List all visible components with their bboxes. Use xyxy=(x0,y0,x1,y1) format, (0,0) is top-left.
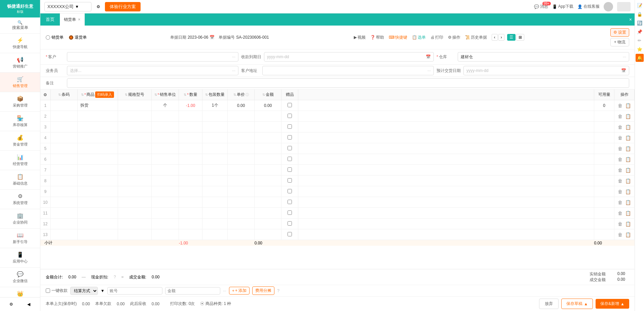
cell-spec[interactable] xyxy=(118,122,151,132)
sidebar-item-quicknav[interactable]: ⚡ 快捷导航 xyxy=(0,34,40,53)
copy-btn[interactable]: 📋 xyxy=(624,210,632,217)
cell-barcode[interactable] xyxy=(50,186,77,197)
cell-spec[interactable] xyxy=(118,165,151,176)
cell-pkg[interactable] xyxy=(202,122,228,132)
copy-btn[interactable]: 📋 xyxy=(624,167,632,173)
cell-unit[interactable] xyxy=(151,154,179,165)
cell-gift[interactable] xyxy=(281,208,298,219)
sidebar-item-sales[interactable]: 🛒 销售管理 xyxy=(0,73,40,92)
sidebar-gear-btn[interactable]: ⚙ xyxy=(7,300,15,308)
cell-product[interactable] xyxy=(77,165,118,176)
cell-amount[interactable] xyxy=(255,197,281,208)
addr-dots[interactable]: ··· xyxy=(427,68,431,73)
cell-gift[interactable] xyxy=(281,176,298,186)
cell-pkg[interactable] xyxy=(202,154,228,165)
cell-gift[interactable] xyxy=(281,132,298,143)
cell-amount[interactable] xyxy=(255,176,281,186)
cell-gift[interactable] xyxy=(281,111,298,122)
cell-gift[interactable] xyxy=(281,154,298,165)
cell-spec[interactable] xyxy=(118,154,151,165)
cell-barcode[interactable] xyxy=(50,132,77,143)
th-setting[interactable]: ⚙ xyxy=(40,89,50,100)
copy-btn[interactable]: 📋 xyxy=(624,134,632,141)
cell-gift[interactable] xyxy=(281,229,298,240)
user-avatar[interactable] xyxy=(604,2,613,11)
tab-close-btn[interactable]: × xyxy=(78,17,80,22)
customer-dots[interactable]: ··· xyxy=(232,54,235,59)
operation-btn[interactable]: ⚙ 操作 xyxy=(447,34,462,41)
cell-amount[interactable] xyxy=(255,219,281,229)
sidebar-item-operations[interactable]: 📊 经营管理 xyxy=(0,151,40,170)
delete-btn[interactable]: 🗑 xyxy=(617,145,623,152)
copy-btn[interactable]: 📋 xyxy=(624,221,632,227)
cell-unit[interactable] xyxy=(151,176,179,186)
user-info[interactable] xyxy=(617,2,631,11)
cell-qty[interactable] xyxy=(179,186,202,197)
logistics-btn[interactable]: + 物流 xyxy=(610,38,629,46)
sidebar-item-inventory[interactable]: 🏪 库存核算 xyxy=(0,112,40,131)
tab-close-all-btn[interactable]: × xyxy=(629,17,632,22)
amount-input[interactable] xyxy=(165,287,220,295)
history-btn[interactable]: 📜 历史单据 xyxy=(464,34,488,41)
cell-price[interactable] xyxy=(228,219,255,229)
salesperson-dots[interactable]: ··· xyxy=(232,68,235,73)
delete-btn[interactable]: 🗑 xyxy=(617,124,623,130)
expected-date-input[interactable]: yyyy-mm-dd 📅 xyxy=(463,66,629,75)
radio-sale[interactable]: 销货单 xyxy=(46,35,64,40)
delete-btn[interactable]: 🗑 xyxy=(617,231,623,238)
delete-btn[interactable]: 🗑 xyxy=(617,102,623,109)
right-tool-3[interactable]: 🔄 xyxy=(636,19,644,27)
cell-price[interactable] xyxy=(228,208,255,219)
price-info-icon[interactable]: ⓘ xyxy=(245,92,249,97)
cell-amount[interactable] xyxy=(255,143,281,154)
sidebar-search-btn[interactable]: 🔍 搜索菜单 xyxy=(0,17,40,34)
cell-qty[interactable] xyxy=(179,143,202,154)
message-btn[interactable]: 💬 消息 99+ xyxy=(534,4,548,9)
cell-price[interactable] xyxy=(228,154,255,165)
experience-btn[interactable]: 体验行业方案 xyxy=(105,2,141,11)
cell-price[interactable] xyxy=(228,143,255,154)
cell-pkg[interactable]: 1个 xyxy=(202,100,228,111)
cell-product[interactable] xyxy=(77,143,118,154)
sidebar-item-purchase[interactable]: 📦 采购管理 xyxy=(0,92,40,112)
copy-btn[interactable]: 📋 xyxy=(624,156,632,163)
cell-product[interactable] xyxy=(77,229,118,240)
cell-qty[interactable] xyxy=(179,111,202,122)
delete-btn[interactable]: 🗑 xyxy=(617,113,623,120)
cell-qty[interactable] xyxy=(179,132,202,143)
cell-spec[interactable] xyxy=(118,100,151,111)
account-dots[interactable]: ··· xyxy=(223,288,226,293)
cell-price[interactable] xyxy=(228,186,255,197)
cell-spec[interactable] xyxy=(118,111,151,122)
settings-btn[interactable]: ⚙ 设置 xyxy=(610,28,629,37)
calendar-icon2[interactable]: 📅 xyxy=(426,54,431,59)
cell-price[interactable] xyxy=(228,122,255,132)
cell-pkg[interactable] xyxy=(202,197,228,208)
right-tool-6[interactable]: ⭐ xyxy=(636,45,644,53)
expense-btn[interactable]: 费用分摊 xyxy=(252,286,274,295)
abandon-btn[interactable]: 放弃 xyxy=(539,299,559,309)
cell-amount[interactable] xyxy=(255,186,281,197)
copy-btn[interactable]: 📋 xyxy=(624,113,632,120)
customer-input[interactable]: ··· xyxy=(67,52,238,62)
cell-amount[interactable] xyxy=(255,208,281,219)
cell-unit[interactable] xyxy=(151,143,179,154)
next-btn[interactable]: › xyxy=(498,34,504,41)
save-new-btn[interactable]: 保存&新增 ▲ xyxy=(596,299,629,309)
save-draft-btn[interactable]: 保存草稿 ▲ xyxy=(561,299,593,309)
cell-barcode[interactable] xyxy=(50,165,77,176)
sidebar-item-guide[interactable]: 📖 新手引导 xyxy=(0,229,40,248)
calc-method-select[interactable]: 结算方式 xyxy=(70,287,98,295)
payment-help[interactable]: ? xyxy=(277,288,279,293)
view-list-btn[interactable]: ☰ xyxy=(507,34,516,41)
sidebar-item-system[interactable]: ⚙ 系统管理 xyxy=(0,190,40,209)
cell-spec[interactable] xyxy=(118,143,151,154)
cell-pkg[interactable] xyxy=(202,143,228,154)
save-draft-chevron[interactable]: ▲ xyxy=(584,302,588,306)
quick-pay-checkbox[interactable] xyxy=(46,288,50,293)
add-payment-btn[interactable]: + + 添加 xyxy=(229,287,250,295)
cell-qty[interactable] xyxy=(179,197,202,208)
cell-price[interactable] xyxy=(228,165,255,176)
calendar-icon3[interactable]: 📅 xyxy=(621,68,626,73)
copy-btn[interactable]: 📋 xyxy=(624,199,632,206)
